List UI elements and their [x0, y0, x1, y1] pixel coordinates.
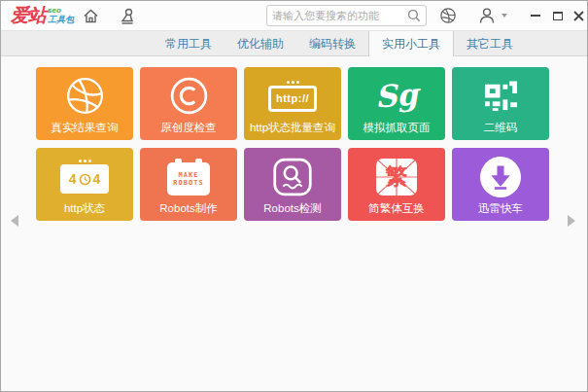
search-input[interactable] [272, 10, 407, 21]
qr-code-icon [452, 67, 549, 122]
tool-grid: 真实结果查询 原创度检查 http://http状态批量查询Sg模拟抓取页面 二… [36, 67, 549, 221]
tile-label: 二维码 [452, 122, 549, 140]
user-icon [478, 7, 496, 24]
tool-tile[interactable]: 4 4http状态 [36, 148, 133, 221]
tool-tile[interactable]: http://http状态批量查询 [244, 67, 341, 140]
tile-label: 模拟抓取页面 [348, 122, 445, 140]
app-logo: 爱站 seo 工具包 [11, 5, 74, 26]
browser-http-icon: http:// [244, 67, 341, 122]
dribbble-ball-icon [36, 67, 133, 122]
user-button[interactable] [476, 1, 498, 30]
tile-label: Robots检测 [244, 202, 341, 221]
titlebar: 爱站 seo 工具包 [1, 1, 587, 30]
tool-tile[interactable]: Robots检测 [244, 148, 341, 221]
tile-label: 原创度检查 [140, 122, 237, 140]
minimize-icon [531, 15, 540, 17]
stamp-button[interactable] [118, 1, 137, 30]
tile-label: 简繁体互换 [348, 202, 445, 221]
tile-label: http状态 [36, 202, 133, 221]
maximize-icon [553, 12, 563, 20]
tool-tile[interactable]: 真实结果查询 [36, 67, 133, 140]
home-button[interactable] [81, 1, 100, 30]
user-menu-button[interactable] [499, 1, 510, 30]
tool-tile[interactable]: 二维码 [452, 67, 549, 140]
home-icon [83, 8, 99, 24]
maximize-button[interactable] [549, 1, 567, 30]
tile-label: Robots制作 [140, 202, 237, 221]
traditional-char-icon: 繁 [348, 148, 445, 202]
close-icon [573, 11, 584, 21]
search-box [266, 5, 427, 26]
tab-实用小工具[interactable]: 实用小工具 [368, 31, 454, 56]
tool-tile[interactable]: 迅雷快车 [452, 148, 549, 221]
minimize-button[interactable] [527, 1, 544, 30]
close-button[interactable] [570, 1, 587, 30]
calendar-robots-icon: MAKEROBOTS [140, 148, 237, 202]
tile-label: 迅雷快车 [452, 202, 549, 221]
app-window: 爱站 seo 工具包 [0, 0, 588, 392]
theme-ball-icon [439, 7, 457, 24]
magnifier-box-icon [244, 148, 341, 202]
logo-main-text: 爱站 [11, 5, 46, 26]
tab-优化辅助[interactable]: 优化辅助 [225, 31, 296, 56]
tool-tile[interactable]: 繁简繁体互换 [348, 148, 445, 221]
tool-tile[interactable]: 原创度检查 [140, 67, 237, 140]
tile-label: http状态批量查询 [244, 122, 341, 140]
copyright-icon [140, 67, 237, 122]
theme-button[interactable] [437, 1, 459, 30]
tile-label: 真实结果查询 [36, 122, 133, 140]
logo-seo-text: seo [48, 7, 74, 15]
sg-script-icon: Sg [348, 67, 445, 122]
tool-tile[interactable]: MAKEROBOTSRobots制作 [140, 148, 237, 221]
tab-编码转换[interactable]: 编码转换 [296, 31, 368, 56]
caret-down-icon [502, 14, 507, 18]
prev-arrow-icon[interactable] [11, 215, 18, 227]
tool-tile[interactable]: Sg模拟抓取页面 [348, 67, 445, 140]
stamp-icon [120, 8, 135, 24]
tab-其它工具[interactable]: 其它工具 [454, 31, 526, 56]
search-icon[interactable] [407, 9, 421, 22]
tab-bar: 常用工具优化辅助编码转换实用小工具其它工具 [1, 30, 587, 56]
tab-常用工具[interactable]: 常用工具 [153, 31, 225, 56]
browser-404-icon: 4 4 [36, 148, 133, 202]
download-circle-icon [452, 148, 549, 202]
logo-sub-text: 工具包 [48, 15, 74, 24]
next-arrow-icon[interactable] [568, 215, 575, 227]
content-area: 真实结果查询 原创度检查 http://http状态批量查询Sg模拟抓取页面 二… [1, 56, 587, 391]
